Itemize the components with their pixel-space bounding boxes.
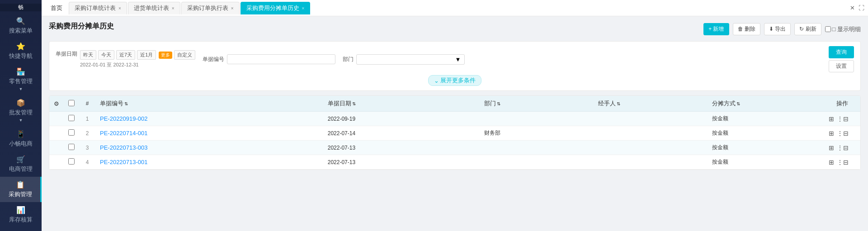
sidebar-item-miniapp[interactable]: 📱 小畅电商 xyxy=(0,126,42,151)
tab-purchase-order-stats-label: 采购订单统计表 xyxy=(75,4,116,12)
sidebar-item-purchase[interactable]: 📋 采购管理 xyxy=(0,177,42,202)
table-row: 1 PE-20220919-002 2022-09-19 按金额 ⊞ ⋮⊟ xyxy=(49,112,860,126)
th-date-label: 单据日期 xyxy=(328,99,351,108)
expand-more-button[interactable]: ⌄ 展开更多条件 xyxy=(428,75,481,86)
ecommerce-icon: 🛒 xyxy=(16,155,25,164)
sidebar-item-quicknav[interactable]: ⭐ 快捷导航 xyxy=(0,38,42,64)
row-checkbox-0[interactable] xyxy=(68,115,75,121)
row-no: 1 xyxy=(79,112,95,126)
th-handler[interactable]: 经手人 ⇅ xyxy=(594,96,708,112)
tab-purchase-goods-stats-close[interactable]: × xyxy=(172,6,175,11)
tab-purchase-order-stats-close[interactable]: × xyxy=(118,6,121,11)
sidebar-logo: 畅 xyxy=(0,4,42,11)
th-method[interactable]: 分摊方式 ⇅ xyxy=(708,96,824,112)
date-btn-7days[interactable]: 近7天 xyxy=(116,50,135,60)
search-icon: 🔍 xyxy=(16,17,25,25)
filter-date-range: 2022-01-01 至 2022-12-31 xyxy=(80,61,195,68)
row-sn-link[interactable]: PE-20220919-002 xyxy=(100,115,148,122)
row-checkbox-1[interactable] xyxy=(68,129,75,136)
tab-bar: 首页 采购订单统计表 × 进货单统计表 × 采购订单执行表 × 采购费用分摊单历… xyxy=(42,0,868,16)
add-button[interactable]: + 新增 xyxy=(703,23,729,35)
row-sn-link[interactable]: PE-20220713-003 xyxy=(100,144,148,151)
filter-date-group: 单据日期 昨天 今天 近7天 近1月 更多 自定义 2022-01-01 至 2… xyxy=(56,50,195,68)
delete-button[interactable]: 🗑 删除 xyxy=(733,23,760,35)
more-icon[interactable]: ⋮⊟ xyxy=(837,159,849,166)
row-checkbox-2[interactable] xyxy=(68,144,75,150)
sidebar-item-quicknav-label: 快捷导航 xyxy=(9,52,33,60)
sidebar-item-inventory[interactable]: 📊 库存核算 xyxy=(0,202,42,227)
sidebar-item-finance[interactable]: 💰 资金管理 xyxy=(0,227,42,231)
row-checkbox-cell xyxy=(64,155,79,170)
date-btn-yesterday[interactable]: 昨天 xyxy=(80,50,96,60)
setting-button[interactable]: 设置 xyxy=(829,60,854,72)
date-more-tag[interactable]: 更多 xyxy=(159,52,172,59)
row-no: 2 xyxy=(79,126,95,141)
sidebar-item-wholesale[interactable]: 📦 批发管理 ▼ xyxy=(0,95,42,126)
row-dept xyxy=(480,112,594,126)
wholesale-icon: 📦 xyxy=(16,99,25,107)
filter-dept-label: 部门 xyxy=(343,56,354,63)
date-btn-today[interactable]: 今天 xyxy=(98,50,114,60)
tab-purchase-goods-stats[interactable]: 进货单统计表 × xyxy=(128,2,180,14)
filter-dept-select[interactable]: ▼ xyxy=(356,54,465,65)
gear-icon[interactable]: ⚙ xyxy=(54,100,59,107)
filter-date-buttons: 昨天 今天 近7天 近1月 更多 自定义 xyxy=(80,50,195,60)
row-checkbox-3[interactable] xyxy=(68,158,75,165)
filter-area: 单据日期 昨天 今天 近7天 近1月 更多 自定义 2022-01-01 至 2… xyxy=(49,41,861,91)
view-icon[interactable]: ⊞ xyxy=(829,115,834,123)
th-dept[interactable]: 部门 ⇅ xyxy=(480,96,594,112)
expand-more-label: 展开更多条件 xyxy=(440,76,476,85)
sidebar-item-miniapp-label: 小畅电商 xyxy=(9,140,33,148)
page-title: 采购费用分摊单历史 xyxy=(49,22,114,31)
query-button[interactable]: 查询 xyxy=(829,46,854,58)
th-dept-label: 部门 xyxy=(484,99,496,108)
toolbar: + 新增 🗑 删除 ⬇ 导出 ↻ 刷新 □ 显示明细 xyxy=(703,23,861,35)
table-body: 1 PE-20220919-002 2022-09-19 按金额 ⊞ ⋮⊟ 2 … xyxy=(49,112,860,170)
display-cols-checkbox[interactable] xyxy=(825,26,831,32)
row-dept xyxy=(480,141,594,155)
export-button[interactable]: ⬇ 导出 xyxy=(764,23,791,35)
row-action: ⊞ ⋮⊟ xyxy=(824,141,860,155)
sidebar-item-purchase-label: 采购管理 xyxy=(9,190,32,198)
display-cols-label: □ 显示明细 xyxy=(832,25,861,33)
row-sn-link[interactable]: PE-20220713-001 xyxy=(100,159,148,165)
row-date: 2022-07-13 xyxy=(323,155,480,170)
tab-purchase-cost-split[interactable]: 采购费用分摊单历史 × xyxy=(241,2,311,14)
more-icon[interactable]: ⋮⊟ xyxy=(837,115,849,123)
row-handler xyxy=(594,112,708,126)
tab-purchase-cost-split-close[interactable]: × xyxy=(302,6,305,11)
tab-home[interactable]: 首页 xyxy=(45,2,68,14)
sidebar-item-search[interactable]: 🔍 搜索菜单 xyxy=(0,13,42,38)
row-checkbox-cell xyxy=(64,141,79,155)
chevron-down-dept-icon: ▼ xyxy=(455,56,461,63)
tab-maximize-icon[interactable]: ⛶ xyxy=(859,5,864,11)
tab-purchase-order-exec-close[interactable]: × xyxy=(231,6,234,11)
row-sn-link[interactable]: PE-20220714-001 xyxy=(100,130,148,137)
view-icon[interactable]: ⊞ xyxy=(829,144,834,151)
more-icon[interactable]: ⋮⊟ xyxy=(837,130,849,137)
chevron-down-expand-icon: ⌄ xyxy=(434,77,439,84)
view-icon[interactable]: ⊞ xyxy=(829,159,834,166)
refresh-button[interactable]: ↻ 刷新 xyxy=(794,23,821,35)
th-date[interactable]: 单据日期 ⇅ xyxy=(323,96,480,112)
sidebar-item-ecommerce[interactable]: 🛒 电商管理 xyxy=(0,151,42,177)
date-btn-1month[interactable]: 近1月 xyxy=(137,50,156,60)
row-method: 按金额 xyxy=(708,141,824,155)
row-dept: 财务部 xyxy=(480,126,594,141)
th-checkbox xyxy=(64,96,79,112)
row-date: 2022-07-14 xyxy=(323,126,480,141)
date-btn-custom[interactable]: 自定义 xyxy=(174,50,195,60)
sidebar-item-retail[interactable]: 🏪 零售管理 ▼ xyxy=(0,64,42,95)
more-icon[interactable]: ⋮⊟ xyxy=(837,144,849,151)
th-sn[interactable]: 单据编号 ⇅ xyxy=(95,96,323,112)
view-icon[interactable]: ⊞ xyxy=(829,130,834,137)
filter-sn-input[interactable] xyxy=(227,54,335,64)
row-date: 2022-09-19 xyxy=(323,112,480,126)
display-cols-checkbox-wrap[interactable]: □ 显示明细 xyxy=(825,25,861,33)
select-all-checkbox[interactable] xyxy=(68,100,75,106)
th-method-label: 分摊方式 xyxy=(712,99,736,108)
tab-purchase-order-exec[interactable]: 采购订单执行表 × xyxy=(181,2,240,14)
th-gear[interactable]: ⚙ xyxy=(49,96,64,112)
tab-purchase-order-stats[interactable]: 采购订单统计表 × xyxy=(69,2,127,14)
tab-close-all-icon[interactable]: ✕ xyxy=(850,5,855,11)
